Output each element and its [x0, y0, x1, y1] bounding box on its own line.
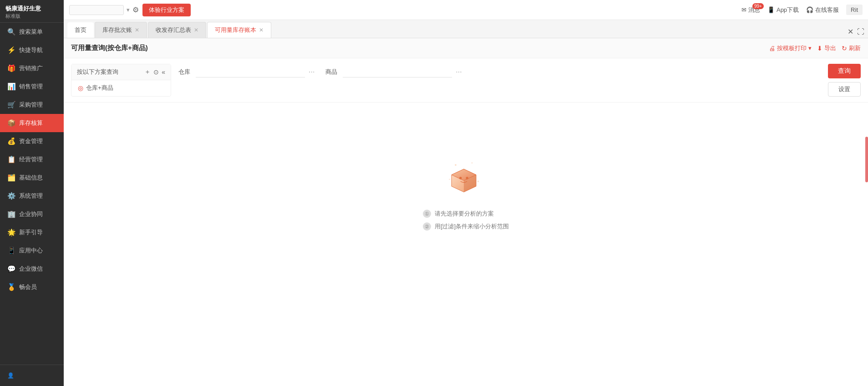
page-header: 可用量查询(按仓库+商品) 🖨 按模板打印 ▾ ⬇ 导出 ↻ 刷新 — [64, 38, 868, 58]
sidebar-label-basic-info: 基础信息 — [19, 174, 43, 182]
tab-close-all-icon[interactable]: ✕ — [848, 27, 853, 36]
topbar-search-input[interactable] — [69, 5, 124, 15]
message-icon: ✉ — [741, 6, 746, 13]
headset-icon: 🎧 — [806, 6, 813, 13]
tab-receive-summary[interactable]: 收发存汇总表 ✕ — [148, 22, 206, 38]
sidebar-item-search[interactable]: 🔍搜索菜单 — [0, 23, 64, 41]
settings-button[interactable]: 设置 — [828, 82, 861, 97]
filter-goods-more-icon[interactable]: ··· — [456, 68, 462, 76]
chevron-down-icon[interactable]: ▾ — [127, 6, 130, 13]
available-ledger-tab-label: 可用量库存账本 — [215, 26, 256, 34]
sidebar-item-inventory[interactable]: 📦库存核算 — [0, 114, 64, 132]
sidebar-label-purchase: 采购管理 — [19, 101, 43, 109]
sidebar-label-sales: 销售管理 — [19, 82, 43, 91]
sidebar-item-marketing[interactable]: 🎁营销推广 — [0, 59, 64, 77]
sidebar-icon-operations: 📋 — [7, 155, 15, 164]
scheme-item-warehouse-goods[interactable]: ◎ 仓库+商品 — [71, 80, 171, 96]
filter-warehouse-more-icon[interactable]: ··· — [309, 68, 315, 76]
tab-home[interactable]: 首页 — [67, 22, 94, 38]
receive-summary-tab-label: 收发存汇总表 — [156, 26, 191, 34]
batch-ledger-tab-close[interactable]: ✕ — [135, 27, 139, 33]
scheme-item-icon: ◎ — [78, 84, 83, 92]
print-template-button[interactable]: 🖨 按模板打印 ▾ — [769, 44, 812, 52]
scheme-settings-icon[interactable]: ⊙ — [153, 68, 159, 76]
right-scrollbar[interactable] — [865, 137, 868, 182]
scheme-add-icon[interactable]: ＋ — [144, 68, 151, 76]
sidebar-icon-marketing: 🎁 — [7, 64, 15, 72]
sidebar-icon-search: 🔍 — [7, 28, 15, 36]
receive-summary-tab-close[interactable]: ✕ — [194, 27, 198, 33]
batch-ledger-tab-label: 库存批次账 — [102, 26, 132, 34]
tip-text-2: 用[过滤]条件来缩小分析范围 — [435, 222, 509, 231]
sidebar-item-app-center[interactable]: 📱应用中心 — [0, 242, 64, 260]
home-tab-label: 首页 — [75, 26, 86, 34]
message-button[interactable]: ✉ 消息 99+ — [741, 6, 760, 14]
tip-text-1: 请先选择要分析的方案 — [435, 210, 494, 218]
sidebar-label-enterprise: 企业协同 — [19, 210, 43, 218]
sidebar-label-wechat: 企业微信 — [19, 265, 43, 273]
gear-icon[interactable]: ⚙ — [132, 5, 139, 14]
empty-icon — [443, 157, 489, 202]
tab-controls: ✕ ⛶ — [848, 27, 864, 38]
print-chevron-icon[interactable]: ▾ — [808, 45, 812, 51]
query-action-buttons: 查询 设置 — [828, 64, 861, 97]
sidebar-label-inventory: 库存核算 — [19, 119, 43, 127]
sidebar-item-system[interactable]: ⚙️系统管理 — [0, 187, 64, 205]
scheme-panel-header: 按以下方案查询 ＋ ⊙ « — [71, 64, 171, 80]
main-area: ▾ ⚙ 体验行业方案 ✉ 消息 99+ 📱 App下载 🎧 在线客服 Rit — [64, 0, 868, 386]
online-service-button[interactable]: 🎧 在线客服 — [806, 6, 839, 14]
trial-industry-button[interactable]: 体验行业方案 — [142, 4, 191, 16]
filter-goods-input[interactable] — [343, 67, 452, 77]
sidebar-nav-list: 🔍搜索菜单⚡快捷导航🎁营销推广📊销售管理🛒采购管理📦库存核算💰资金管理📋经营管理… — [0, 23, 64, 365]
tab-expand-icon[interactable]: ⛶ — [857, 28, 864, 36]
empty-tips: ① 请先选择要分析的方案 ② 用[过滤]条件来缩小分析范围 — [423, 210, 509, 231]
export-button[interactable]: ⬇ 导出 — [817, 44, 836, 52]
query-button[interactable]: 查询 — [828, 64, 861, 78]
sidebar-label-onboarding: 新手引导 — [19, 228, 43, 237]
sidebar-item-purchase[interactable]: 🛒采购管理 — [0, 96, 64, 114]
sidebar-logo-sub: 标准版 — [5, 13, 58, 20]
filter-goods-label: 商品 — [325, 68, 339, 76]
query-panel: 按以下方案查询 ＋ ⊙ « ◎ 仓库+商品 仓库 — [64, 58, 868, 103]
sidebar-label-finance: 资金管理 — [19, 137, 43, 145]
user-account-button[interactable]: Rit — [846, 5, 863, 15]
scheme-collapse-icon[interactable]: « — [162, 68, 165, 76]
filter-goods-group: 商品 ··· — [325, 67, 462, 77]
sidebar-item-basic-info[interactable]: 🗂️基础信息 — [0, 169, 64, 187]
sidebar-icon-wechat: 💬 — [7, 265, 15, 273]
page-actions: 🖨 按模板打印 ▾ ⬇ 导出 ↻ 刷新 — [769, 44, 861, 52]
svg-point-3 — [459, 177, 462, 179]
app-download-button[interactable]: 📱 App下载 — [767, 6, 799, 14]
page-title: 可用量查询(按仓库+商品) — [71, 44, 148, 52]
tab-available-ledger[interactable]: 可用量库存账本 ✕ — [207, 22, 271, 38]
tabs-bar: 首页 库存批次账 ✕ 收发存汇总表 ✕ 可用量库存账本 ✕ ✕ ⛶ — [64, 20, 868, 38]
sidebar-bottom: 👤 — [0, 365, 64, 386]
sidebar-item-enterprise[interactable]: 🏢企业协同 — [0, 205, 64, 223]
message-badge: 99+ — [752, 3, 764, 9]
sidebar-icon-system: ⚙️ — [7, 192, 15, 200]
tab-batch-ledger[interactable]: 库存批次账 ✕ — [95, 22, 147, 38]
refresh-button[interactable]: ↻ 刷新 — [842, 44, 861, 52]
sidebar-item-operations[interactable]: 📋经营管理 — [0, 150, 64, 169]
tip-num-2: ② — [423, 222, 431, 231]
sidebar-item-vip[interactable]: 🏅畅会员 — [0, 278, 64, 296]
sidebar-item-quick-nav[interactable]: ⚡快捷导航 — [0, 41, 64, 59]
sidebar-user[interactable]: 👤 — [0, 369, 64, 382]
sidebar-item-wechat[interactable]: 💬企业微信 — [0, 260, 64, 278]
sidebar-item-finance[interactable]: 💰资金管理 — [0, 132, 64, 150]
sidebar-item-onboarding[interactable]: 🌟新手引导 — [0, 223, 64, 242]
available-ledger-tab-close[interactable]: ✕ — [259, 27, 264, 33]
user-icon: 👤 — [7, 372, 14, 379]
topbar-search-area: ▾ ⚙ — [69, 5, 139, 15]
sidebar-icon-quick-nav: ⚡ — [7, 46, 15, 54]
sidebar-label-marketing: 营销推广 — [19, 64, 43, 72]
svg-point-6 — [471, 162, 472, 164]
topbar-right: ✉ 消息 99+ 📱 App下载 🎧 在线客服 Rit — [741, 5, 863, 15]
sidebar-label-app-center: 应用中心 — [19, 247, 43, 255]
sidebar: 畅康通好生意 标准版 🔍搜索菜单⚡快捷导航🎁营销推广📊销售管理🛒采购管理📦库存核… — [0, 0, 64, 386]
filter-warehouse-input[interactable] — [196, 67, 305, 77]
filter-warehouse-label: 仓库 — [178, 68, 192, 76]
sidebar-item-sales[interactable]: 📊销售管理 — [0, 77, 64, 96]
sidebar-label-quick-nav: 快捷导航 — [19, 46, 43, 54]
sidebar-icon-basic-info: 🗂️ — [7, 174, 15, 182]
